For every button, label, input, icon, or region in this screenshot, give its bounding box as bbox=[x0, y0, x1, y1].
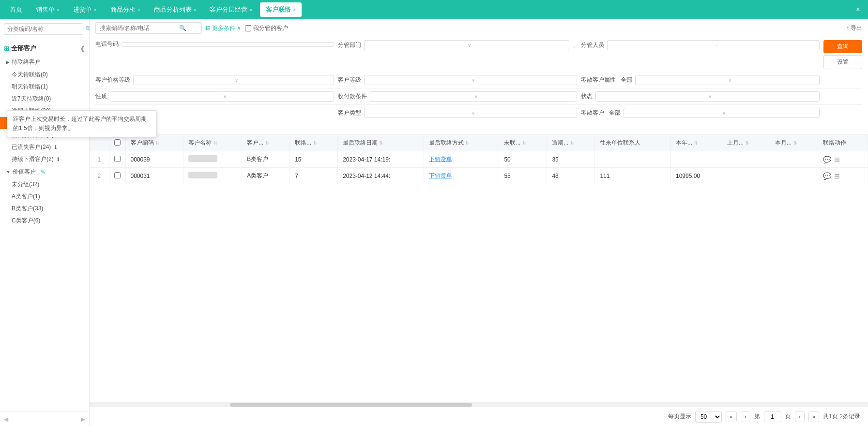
price-level-field[interactable]: ∨ bbox=[133, 75, 334, 85]
sidebar-a-class[interactable]: A类客户(1) bbox=[0, 191, 89, 203]
blurred-name-1 bbox=[188, 155, 217, 162]
row-1-select[interactable] bbox=[114, 156, 121, 162]
query-button[interactable]: 查询 bbox=[823, 40, 862, 53]
th-this-year[interactable]: 本年... ⇅ bbox=[671, 135, 722, 151]
value-customer-group[interactable]: ▼ 价值客户 ✎ bbox=[0, 165, 89, 178]
nav-product-analysis-list[interactable]: 商品分析列表 × bbox=[148, 2, 202, 17]
sidebar-ungrouped[interactable]: 未分组(32) bbox=[0, 178, 89, 191]
all-customers-header[interactable]: ⊞ 全部客户 ❮ bbox=[0, 41, 89, 56]
sort-customer-name[interactable]: ⇅ bbox=[213, 140, 217, 146]
nav-home[interactable]: 首页 bbox=[4, 2, 28, 17]
sort-overdue[interactable]: ⇅ bbox=[570, 140, 574, 146]
prev-page-btn[interactable]: ‹ bbox=[741, 411, 750, 422]
pending-contact-group[interactable]: ▶ 待联络客户 bbox=[0, 56, 89, 69]
nav-customer-segment[interactable]: 客户分层经营 × bbox=[204, 2, 258, 17]
per-page-select[interactable]: 50 100 200 bbox=[695, 411, 722, 423]
nav-customer-segment-close[interactable]: × bbox=[249, 7, 252, 13]
customer-type-field[interactable]: ∨ bbox=[364, 108, 577, 118]
nav-product-analysis[interactable]: 商品分析 × bbox=[105, 2, 146, 17]
sort-contact-days[interactable]: ⇅ bbox=[313, 140, 317, 146]
row-2-checkbox[interactable] bbox=[109, 168, 125, 184]
th-last-contact-method[interactable]: 最后联络方式 ⇅ bbox=[424, 135, 499, 151]
row-2-select[interactable] bbox=[114, 172, 121, 178]
sidebar-c-class[interactable]: C类客户(6) bbox=[0, 215, 89, 227]
row-2-last-contact-method[interactable]: 下销货单 bbox=[424, 168, 499, 184]
main-search-input[interactable] bbox=[100, 25, 177, 31]
gender-group: 性质 ∨ bbox=[95, 91, 334, 102]
row-1-grid-icon[interactable]: ⊞ bbox=[834, 156, 840, 163]
sort-customer-type[interactable]: ⇅ bbox=[265, 140, 269, 146]
select-all-checkbox[interactable] bbox=[114, 139, 121, 146]
sidebar-today-pending[interactable]: 今天待联络(0) bbox=[0, 69, 89, 81]
sort-this-month[interactable]: ⇅ bbox=[793, 140, 797, 146]
sidebar-already-lost[interactable]: 已流失客户(24) ℹ bbox=[0, 141, 89, 153]
current-page-input[interactable] bbox=[764, 411, 781, 422]
collapse-icon: ❮ bbox=[80, 45, 85, 52]
sort-this-year[interactable]: ⇅ bbox=[694, 140, 698, 146]
th-uncontacted[interactable]: 未联... ⇅ bbox=[499, 135, 547, 151]
export-button[interactable]: ↑ 导出 bbox=[846, 24, 862, 32]
row-1-last-contact-date: 2023-04-17 14:19: bbox=[338, 151, 424, 168]
nav-customer-contact-close[interactable]: × bbox=[293, 7, 296, 13]
nav-purchase-close[interactable]: × bbox=[94, 7, 97, 13]
close-all-tabs[interactable]: × bbox=[852, 3, 864, 16]
retail-attr-field[interactable]: ∨ bbox=[635, 75, 820, 85]
sort-uncontacted[interactable]: ⇅ bbox=[522, 140, 526, 146]
my-customers-checkbox-area[interactable]: 我分管的客户 bbox=[245, 24, 288, 32]
sidebar-continuous-decrease[interactable]: 持续下滑客户(2) ℹ bbox=[0, 153, 89, 165]
th-last-month[interactable]: 上月... ⇅ bbox=[722, 135, 770, 151]
th-last-contact-date[interactable]: 最后联络日期 ⇅ bbox=[338, 135, 424, 151]
status-label: 状态 bbox=[581, 92, 593, 101]
row-1-last-contact-method[interactable]: 下销货单 bbox=[424, 151, 499, 168]
th-customer-name[interactable]: 客户名称 ⇅ bbox=[183, 135, 242, 151]
row-1-checkbox[interactable] bbox=[109, 151, 125, 168]
nav-purchase[interactable]: 进货单 × bbox=[67, 2, 103, 17]
gender-field[interactable]: ∨ bbox=[110, 91, 334, 102]
th-customer-type[interactable]: 客户... ⇅ bbox=[242, 135, 290, 151]
manager-field[interactable]: ··· bbox=[607, 40, 820, 50]
first-page-btn[interactable]: « bbox=[726, 411, 737, 422]
nav-product-analysis-close[interactable]: × bbox=[137, 7, 140, 13]
sidebar-search-input[interactable] bbox=[4, 23, 83, 35]
th-overdue[interactable]: 逾期... ⇅ bbox=[547, 135, 595, 151]
customer-level-field[interactable]: ∨ bbox=[364, 75, 577, 85]
sidebar-scroll-left[interactable]: ◀ bbox=[4, 416, 8, 423]
th-this-month[interactable]: 本月... ⇅ bbox=[770, 135, 818, 151]
sidebar-tomorrow-pending[interactable]: 明天待联络(1) bbox=[0, 81, 89, 93]
sidebar-b-class[interactable]: B类客户(33) bbox=[0, 203, 89, 215]
main-search-icon[interactable]: 🔍 bbox=[179, 25, 186, 31]
dept-field[interactable]: ∨ bbox=[364, 40, 569, 50]
more-conditions-btn[interactable]: ⊟ 更多条件 ∧ bbox=[206, 24, 241, 32]
sort-last-contact-method[interactable]: ⇅ bbox=[465, 140, 469, 146]
sidebar-scroll-right[interactable]: ▶ bbox=[81, 416, 85, 423]
nav-sales[interactable]: 销售单 × bbox=[30, 2, 65, 17]
search-box[interactable]: 🔍 bbox=[95, 22, 202, 34]
sidebar-7days-pending[interactable]: 近7天待联络(0) bbox=[0, 93, 89, 105]
row-2-message-icon[interactable]: 💬 bbox=[823, 172, 831, 180]
status-field[interactable]: ∨ bbox=[595, 91, 820, 102]
th-contact-days[interactable]: 联络... ⇅ bbox=[290, 135, 338, 151]
th-customer-code[interactable]: 客户编码 ⇅ bbox=[125, 135, 183, 151]
my-customers-checkbox[interactable] bbox=[245, 25, 251, 31]
nav-sales-close[interactable]: × bbox=[57, 7, 60, 13]
retail-customer-chevron: ∨ bbox=[722, 110, 815, 116]
scrollbar-thumb[interactable] bbox=[230, 403, 472, 407]
row-2-grid-icon[interactable]: ⊞ bbox=[834, 172, 840, 180]
nav-customer-contact[interactable]: 客户联络 × bbox=[260, 2, 302, 17]
retail-customer-field[interactable]: ∨ bbox=[624, 108, 820, 118]
payment-terms-field[interactable]: ∨ bbox=[370, 91, 577, 102]
customer-type-chevron: ∨ bbox=[472, 110, 573, 116]
row-1-message-icon[interactable]: 💬 bbox=[823, 156, 831, 163]
phone-field[interactable] bbox=[122, 42, 334, 47]
sort-last-contact-date[interactable]: ⇅ bbox=[379, 140, 383, 146]
edit-icon[interactable]: ✎ bbox=[41, 169, 46, 176]
th-unit-contact[interactable]: 往来单位联系人 bbox=[595, 135, 671, 151]
nav-product-analysis-list-close[interactable]: × bbox=[194, 7, 197, 13]
settings-button[interactable]: 设置 bbox=[823, 55, 862, 69]
sort-last-month[interactable]: ⇅ bbox=[745, 140, 749, 146]
horizontal-scrollbar[interactable] bbox=[90, 402, 868, 407]
last-page-btn[interactable]: » bbox=[808, 411, 820, 422]
sort-customer-code[interactable]: ⇅ bbox=[155, 140, 159, 146]
dept-dots[interactable]: ... bbox=[572, 42, 577, 49]
next-page-btn[interactable]: › bbox=[795, 411, 805, 422]
